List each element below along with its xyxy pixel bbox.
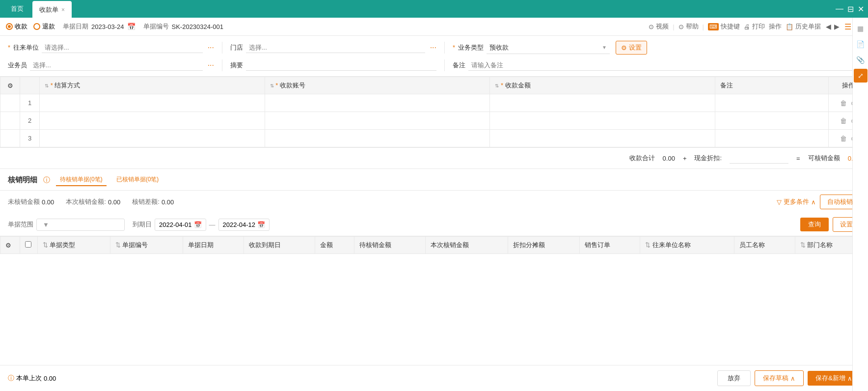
nav-left-icon[interactable]: ◀ xyxy=(825,22,832,31)
toolbar-right: ⊙ 视频 | ⊙ 帮助 | ⌨ 快捷键 🖨 打印 操作 📋 历史单据 xyxy=(649,22,862,31)
filter-icon: ▽ xyxy=(777,198,782,206)
discount-input[interactable] xyxy=(730,153,788,164)
shortcut-action[interactable]: ⌨ 快捷键 xyxy=(708,22,740,31)
tab-home[interactable]: 首页 xyxy=(4,0,30,18)
staff-field: 业务员 ··· xyxy=(8,60,214,71)
more-conditions[interactable]: ▽ 更多条件 ∧ xyxy=(777,197,816,206)
window-layout-icon[interactable]: ⊟ xyxy=(847,4,854,14)
radio-refund[interactable]: 退款 xyxy=(33,22,55,31)
td-note-3[interactable] xyxy=(715,130,828,147)
operate-action[interactable]: 操作 xyxy=(769,22,782,31)
abandon-button[interactable]: 放弃 xyxy=(717,370,751,386)
window-close-icon[interactable]: ✕ xyxy=(858,4,864,14)
save-new-chevron-icon: ∧ xyxy=(847,375,852,382)
total-value: 0.00 xyxy=(663,155,675,162)
writeoff-title: 核销明细 xyxy=(8,175,37,185)
bth-gear[interactable]: ⚙ xyxy=(0,237,20,254)
table-row: 3 🗑 ⊕ xyxy=(0,130,868,147)
delete-icon-1[interactable]: 🗑 xyxy=(840,99,847,107)
tab-done[interactable]: 已核销单据(0笔) xyxy=(112,174,163,186)
print-action[interactable]: 🖨 打印 xyxy=(744,22,765,31)
tab-pending[interactable]: 待核销单据(0笔) xyxy=(56,174,107,186)
td-account-2[interactable] xyxy=(265,112,490,130)
writeoff-info-icon[interactable]: ⓘ xyxy=(43,176,50,185)
store-more-icon[interactable]: ··· xyxy=(430,43,436,52)
bth-check[interactable] xyxy=(20,237,38,254)
sort-icon-num: ⇅ xyxy=(115,241,121,249)
staff-more-icon[interactable]: ··· xyxy=(208,61,214,70)
range-field: 单据范围 ▼ xyxy=(8,219,125,231)
td-settlement-1[interactable] xyxy=(40,94,265,112)
footer-info-icon[interactable]: ⓘ xyxy=(8,374,14,383)
td-amount-1[interactable] xyxy=(490,94,715,112)
window-minus-icon[interactable]: — xyxy=(836,4,843,13)
delete-icon-3[interactable]: 🗑 xyxy=(840,135,847,142)
radio-receive-dot xyxy=(6,23,13,30)
history-action[interactable]: 📋 历史单据 xyxy=(786,22,821,31)
staff-input[interactable] xyxy=(30,60,203,71)
tab-active[interactable]: 收款单 × xyxy=(32,1,72,19)
query-button[interactable]: 查询 xyxy=(800,218,829,231)
footer: ⓘ 本单上次 0.00 放弃 保存草稿 ∧ 保存&新增 ∧ xyxy=(0,365,868,391)
store-input[interactable] xyxy=(246,42,425,53)
save-draft-button[interactable]: 保存草稿 ∧ xyxy=(755,370,804,386)
number-label: 单据编号 xyxy=(143,22,169,31)
diff-value: 0.00 xyxy=(162,198,174,206)
discount-label: 现金折扣: xyxy=(694,154,722,163)
play-icon: ⊙ xyxy=(649,23,654,30)
calendar-icon[interactable]: 📅 xyxy=(127,23,136,30)
help-action[interactable]: ⊙ 帮助 xyxy=(678,22,699,31)
settings-button[interactable]: ⚙ 设置 xyxy=(616,41,647,55)
radio-receive-label: 收款 xyxy=(15,22,27,31)
right-sidebar: ▦ 📄 📎 ⤢ xyxy=(852,18,868,391)
video-action[interactable]: ⊙ 视频 xyxy=(649,22,669,31)
date-end-picker[interactable]: 2022-04-12 📅 xyxy=(218,219,270,231)
date-label: 单据日期 xyxy=(63,22,88,31)
td-note-1[interactable] xyxy=(715,94,828,112)
sidebar-doc-icon[interactable]: 📄 xyxy=(854,37,868,51)
current-value: 0.00 xyxy=(108,198,120,206)
layout-icon[interactable]: ☰ xyxy=(844,22,851,31)
counterparty-more-icon[interactable]: ··· xyxy=(208,43,214,52)
td-account-1[interactable] xyxy=(265,94,490,112)
filter-row: 单据范围 ▼ 到期日 2022-04-01 📅 — 2022-04-12 📅 xyxy=(0,213,868,236)
td-amount-2[interactable] xyxy=(490,112,715,130)
range-select[interactable]: ▼ xyxy=(36,219,125,231)
note-label: 备注 xyxy=(453,61,465,70)
tab-close-icon[interactable]: × xyxy=(61,6,65,13)
save-draft-label: 保存草稿 xyxy=(763,374,788,383)
sidebar-expand-icon[interactable]: ⤢ xyxy=(854,69,868,83)
tab-bar-left: 首页 收款单 × xyxy=(4,0,72,19)
current-stat: 本次核销金额: 0.00 xyxy=(66,197,120,206)
td-note-2[interactable] xyxy=(715,112,828,130)
td-settlement-2[interactable] xyxy=(40,112,265,130)
sidebar-attach-icon[interactable]: 📎 xyxy=(854,53,868,67)
form-divider-1 xyxy=(222,42,222,54)
td-settlement-3[interactable] xyxy=(40,130,265,147)
select-all-checkbox[interactable] xyxy=(25,241,31,248)
note-input[interactable] xyxy=(468,60,860,71)
store-field: 门店 ··· xyxy=(230,42,436,53)
radio-refund-label: 退款 xyxy=(42,22,55,31)
bth-sales-order: 销售订单 xyxy=(579,237,640,254)
date-start-picker[interactable]: 2022-04-01 📅 xyxy=(155,219,206,231)
summary-input[interactable] xyxy=(246,60,436,71)
current-label: 本次核销金额: xyxy=(66,197,106,206)
td-amount-3[interactable] xyxy=(490,130,715,147)
nav-right-icon[interactable]: ▶ xyxy=(833,22,841,31)
delete-icon-2[interactable]: 🗑 xyxy=(840,117,847,125)
staff-label: 业务员 xyxy=(8,61,27,70)
business-type-select[interactable]: 预收款 ▼ xyxy=(487,42,610,54)
radio-receive[interactable]: 收款 xyxy=(6,22,27,31)
calendar-start-icon: 📅 xyxy=(194,221,202,228)
bth-pending-amount: 待核销金额 xyxy=(354,237,426,254)
print-label: 打印 xyxy=(752,22,765,31)
help-label: 帮助 xyxy=(686,22,699,31)
td-account-3[interactable] xyxy=(265,130,490,147)
summary-label: 摘要 xyxy=(230,61,243,70)
counterparty-input[interactable] xyxy=(42,42,203,53)
history-icon: 📋 xyxy=(786,23,793,30)
th-gear[interactable]: ⚙ xyxy=(0,77,20,94)
sidebar-table-icon[interactable]: ▦ xyxy=(854,22,868,35)
prev-value: 0.00 xyxy=(44,375,56,382)
